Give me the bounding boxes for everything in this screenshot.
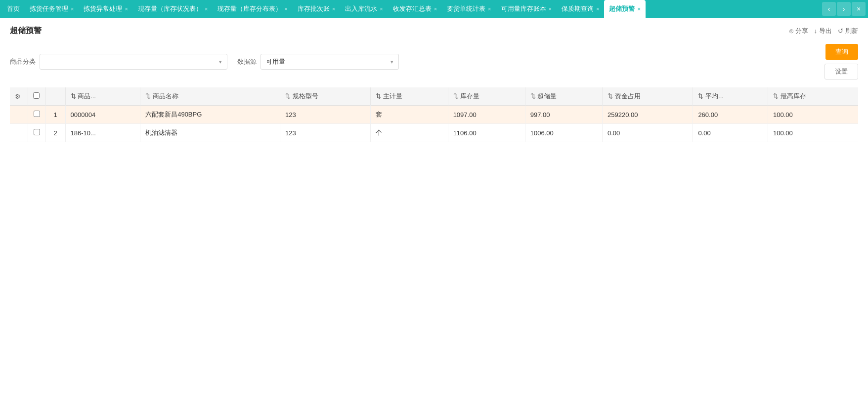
row-number: 1	[45, 106, 65, 124]
row-checkbox-cell[interactable]	[28, 124, 45, 142]
sort-product-code-icon: ⇅	[71, 92, 76, 100]
share-button[interactable]: ⎋ 分享	[789, 27, 808, 36]
col-stock[interactable]: ⇅ 库存量	[448, 87, 525, 106]
row-product-code: 186-10...	[65, 124, 140, 142]
nav-overstock-warning[interactable]: 超储预警 ×	[604, 0, 645, 18]
header-actions: ⎋ 分享 ↓ 导出 ↺ 刷新	[789, 27, 859, 36]
row-spec: 123	[280, 106, 371, 124]
category-select[interactable]: ▾	[40, 54, 227, 70]
datasource-select[interactable]: 可用量 ▾	[260, 54, 399, 70]
row-spec: 123	[280, 124, 371, 142]
nav-collect-send[interactable]: 收发存汇总表 ×	[388, 0, 442, 18]
col-settings[interactable]: ⚙	[10, 87, 28, 106]
sort-product-name-icon: ⇅	[145, 92, 151, 100]
close-abnormal[interactable]: ×	[125, 6, 128, 12]
nav-abnormal[interactable]: 拣货异常处理 ×	[79, 0, 132, 18]
filter-row: 商品分类 ▾ 数据源 可用量 ▾ 查询 设置	[10, 44, 858, 79]
page-header: 超储预警 ⎋ 分享 ↓ 导出 ↺ 刷新	[10, 26, 858, 36]
export-icon: ↓	[814, 27, 818, 35]
row-product-name: 六配套新昌490BPG	[140, 106, 280, 124]
close-overstock-warning[interactable]: ×	[637, 6, 640, 12]
close-order-stats[interactable]: ×	[488, 6, 491, 12]
row-max-stock: 100.00	[768, 124, 858, 142]
row-product-name: 机油滤清器	[140, 124, 280, 142]
query-button[interactable]: 查询	[825, 44, 858, 60]
row-unit: 个	[371, 124, 448, 142]
close-expiry[interactable]: ×	[596, 6, 599, 12]
col-overstock[interactable]: ⇅ 超储量	[525, 87, 602, 106]
sort-spec-icon: ⇅	[285, 92, 291, 100]
refresh-icon: ↺	[838, 27, 843, 35]
col-product-name[interactable]: ⇅ 商品名称	[140, 87, 280, 106]
table-row: 2 186-10... 机油滤清器 123 个 1106.00 1006.00 …	[10, 124, 858, 142]
sort-stock-icon: ⇅	[453, 92, 459, 100]
row-unit: 套	[371, 106, 448, 124]
nav-inventory-dist[interactable]: 现存量（库存分布表） ×	[213, 0, 292, 18]
data-table: ⚙ ⇅ 商品... ⇅ 商品名称 ⇅ 规格型号	[10, 87, 858, 142]
col-checkbox-header[interactable]	[28, 87, 45, 106]
nav-close-all-button[interactable]: ×	[852, 2, 866, 16]
row-avg: 260.00	[693, 106, 768, 124]
gear-icon: ⚙	[15, 93, 21, 100]
close-inout-flow[interactable]: ×	[380, 6, 383, 12]
select-all-checkbox[interactable]	[33, 92, 40, 99]
row-capital: 0.00	[603, 124, 693, 142]
nav-prev-button[interactable]: ‹	[822, 2, 836, 16]
row-overstock: 997.00	[525, 106, 602, 124]
nav-home[interactable]: 首页	[2, 0, 25, 18]
nav-available-ledger[interactable]: 可用量库存账本 ×	[496, 0, 557, 18]
nav-batch[interactable]: 库存批次账 ×	[293, 0, 340, 18]
row-stock: 1097.00	[448, 106, 525, 124]
nav-next-button[interactable]: ›	[837, 2, 851, 16]
close-inventory-status[interactable]: ×	[205, 6, 208, 12]
datasource-filter: 数据源 可用量 ▾	[237, 54, 399, 70]
row-checkbox[interactable]	[34, 111, 40, 117]
nav-task-mgmt[interactable]: 拣货任务管理 ×	[25, 0, 79, 18]
col-capital[interactable]: ⇅ 资金占用	[603, 87, 693, 106]
col-product-code[interactable]: ⇅ 商品...	[65, 87, 140, 106]
category-chevron-down-icon: ▾	[219, 59, 222, 65]
nav-bar: 首页 拣货任务管理 × 拣货异常处理 × 现存量（库存状况表） × 现存量（库存…	[0, 0, 868, 18]
row-settings-cell	[10, 124, 28, 142]
row-number: 2	[45, 124, 65, 142]
close-collect-send[interactable]: ×	[434, 6, 437, 12]
sort-avg-icon: ⇅	[698, 92, 703, 100]
col-spec[interactable]: ⇅ 规格型号	[280, 87, 371, 106]
export-button[interactable]: ↓ 导出	[814, 27, 832, 36]
col-max-stock[interactable]: ⇅ 最高库存	[768, 87, 858, 106]
row-avg: 0.00	[693, 124, 768, 142]
row-checkbox[interactable]	[34, 129, 40, 135]
settings-button[interactable]: 设置	[825, 64, 858, 79]
row-product-code: 0000004	[65, 106, 140, 124]
filter-right-buttons: 查询 设置	[825, 44, 858, 79]
nav-expiry[interactable]: 保质期查询 ×	[557, 0, 604, 18]
col-unit[interactable]: ⇅ 主计量	[371, 87, 448, 106]
row-capital: 259220.00	[603, 106, 693, 124]
nav-order-stats[interactable]: 要货单统计表 ×	[442, 0, 496, 18]
refresh-button[interactable]: ↺ 刷新	[838, 27, 858, 36]
nav-arrows: ‹ › ×	[822, 2, 866, 16]
row-overstock: 1006.00	[525, 124, 602, 142]
close-inventory-dist[interactable]: ×	[284, 6, 287, 12]
sort-unit-icon: ⇅	[376, 92, 381, 100]
category-filter: 商品分类 ▾	[10, 54, 227, 70]
close-task-mgmt[interactable]: ×	[71, 6, 74, 12]
row-settings-cell	[10, 106, 28, 124]
sort-max-stock-icon: ⇅	[773, 92, 779, 100]
sort-overstock-icon: ⇅	[530, 92, 536, 100]
table-row: 1 0000004 六配套新昌490BPG 123 套 1097.00 997.…	[10, 106, 858, 124]
datasource-select-value: 可用量	[266, 57, 285, 66]
datasource-chevron-down-icon: ▾	[391, 59, 393, 65]
col-avg[interactable]: ⇅ 平均...	[693, 87, 768, 106]
datasource-label: 数据源	[237, 57, 257, 66]
sort-capital-icon: ⇅	[608, 92, 613, 100]
page-title: 超储预警	[10, 26, 42, 36]
nav-inout-flow[interactable]: 出入库流水 ×	[340, 0, 388, 18]
col-row-num	[45, 87, 65, 106]
nav-inventory-status[interactable]: 现存量（库存状况表） ×	[133, 0, 213, 18]
row-stock: 1106.00	[448, 124, 525, 142]
close-batch[interactable]: ×	[332, 6, 335, 12]
page-content: 超储预警 ⎋ 分享 ↓ 导出 ↺ 刷新 商品分类 ▾ 数据源	[0, 18, 868, 395]
row-checkbox-cell[interactable]	[28, 106, 45, 124]
close-available-ledger[interactable]: ×	[549, 6, 552, 12]
